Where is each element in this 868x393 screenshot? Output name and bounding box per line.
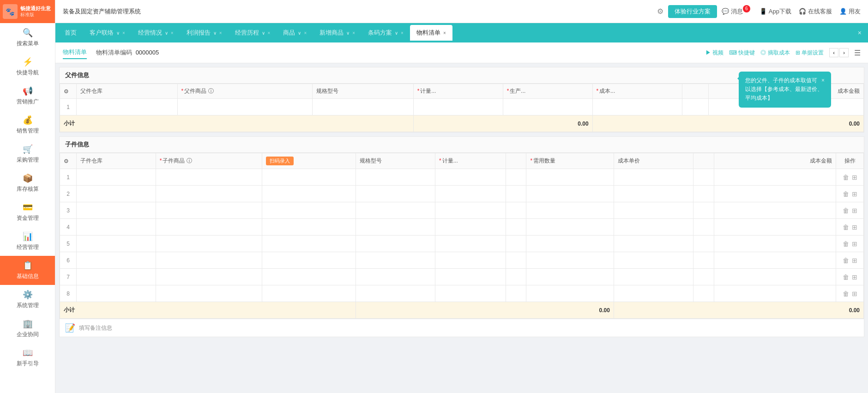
child-row-1-warehouse[interactable] bbox=[77, 169, 156, 186]
delete-icon-2[interactable]: 🗑 bbox=[843, 190, 849, 198]
child-row-5-qty[interactable] bbox=[526, 236, 614, 252]
child-row-4-product[interactable] bbox=[156, 219, 262, 236]
child-row-7-unit[interactable] bbox=[435, 269, 506, 285]
copy-icon-1[interactable]: ⊞ bbox=[852, 174, 857, 181]
parent-th-gear[interactable]: ⚙ bbox=[60, 84, 77, 99]
sidebar-item-purchase[interactable]: 🛒采购管理 bbox=[0, 139, 55, 169]
child-row-2-unit-cost[interactable] bbox=[614, 186, 693, 202]
sidebar-item-enterprise[interactable]: 🏢企业协同 bbox=[0, 314, 55, 343]
tab-close[interactable]: × bbox=[219, 30, 222, 36]
shortcut-btn[interactable]: ⌨ 快捷键 bbox=[729, 49, 755, 57]
child-row-4-qty[interactable] bbox=[526, 219, 614, 236]
sidebar-item-basic[interactable]: 📋基础信息 bbox=[0, 256, 55, 285]
child-th-scan[interactable]: 扫码录入 bbox=[262, 153, 356, 169]
tab-close[interactable]: × bbox=[171, 30, 174, 36]
child-row-5-warehouse[interactable] bbox=[77, 236, 156, 252]
copy-icon-3[interactable]: ⊞ bbox=[852, 207, 857, 214]
child-row-4-scan[interactable] bbox=[262, 219, 356, 236]
user-action[interactable]: 👤 用友 bbox=[839, 7, 861, 16]
nav-tab-2[interactable]: 经营情况 ∨ × bbox=[132, 25, 180, 41]
delete-icon-5[interactable]: 🗑 bbox=[843, 240, 849, 248]
child-row-6-unit-cost[interactable] bbox=[614, 252, 693, 269]
delete-icon-8[interactable]: 🗑 bbox=[843, 290, 849, 297]
child-row-4-warehouse[interactable] bbox=[77, 219, 156, 236]
child-row-5-scan[interactable] bbox=[262, 236, 356, 252]
next-arrow[interactable]: › bbox=[839, 48, 849, 57]
parent-row-1-production[interactable] bbox=[503, 99, 592, 115]
extract-cost-btn[interactable]: ◎ 摘取成本 bbox=[760, 49, 790, 57]
prev-arrow[interactable]: ‹ bbox=[829, 48, 838, 57]
delete-icon-4[interactable]: 🗑 bbox=[843, 224, 849, 231]
nav-tab-3[interactable]: 利润报告 ∨ × bbox=[180, 25, 229, 41]
tab-close[interactable]: × bbox=[352, 30, 355, 36]
child-row-3-scan[interactable] bbox=[262, 202, 356, 219]
parent-row-1-spec[interactable] bbox=[313, 99, 414, 115]
sub-tab-bom[interactable]: 物料清单 bbox=[63, 46, 87, 59]
child-row-2-unit[interactable] bbox=[435, 186, 506, 202]
delete-icon-6[interactable]: 🗑 bbox=[843, 257, 849, 264]
child-row-6-qty[interactable] bbox=[526, 252, 614, 269]
nav-tab-7[interactable]: 条码方案 ∨ × bbox=[362, 25, 410, 41]
child-row-8-warehouse[interactable] bbox=[77, 285, 156, 302]
child-row-6-unit[interactable] bbox=[435, 252, 506, 269]
child-row-3-spec[interactable] bbox=[356, 202, 435, 219]
tab-close[interactable]: × bbox=[401, 30, 404, 36]
child-row-3-unit-cost[interactable] bbox=[614, 202, 693, 219]
sidebar-item-operations[interactable]: 📊经营管理 bbox=[0, 227, 55, 256]
message-action[interactable]: 💬 消息 6 bbox=[722, 7, 752, 16]
child-row-7-spec[interactable] bbox=[356, 269, 435, 285]
tooltip-close-btn[interactable]: × bbox=[821, 76, 825, 85]
child-row-8-unit-cost[interactable] bbox=[614, 285, 693, 302]
child-row-8-spec[interactable] bbox=[356, 285, 435, 302]
delete-icon-7[interactable]: 🗑 bbox=[843, 273, 849, 281]
child-row-5-unit-cost[interactable] bbox=[614, 236, 693, 252]
app-download-action[interactable]: 📱 App下载 bbox=[760, 7, 791, 16]
nav-tab-5[interactable]: 商品 ∨ × bbox=[277, 25, 313, 41]
child-row-7-unit-cost[interactable] bbox=[614, 269, 693, 285]
child-row-1-qty[interactable] bbox=[526, 169, 614, 186]
doc-settings-btn[interactable]: ⊞ 单据设置 bbox=[796, 49, 824, 57]
child-row-2-product[interactable] bbox=[156, 186, 262, 202]
gear-icon[interactable]: ⚙ bbox=[657, 7, 663, 16]
copy-icon-6[interactable]: ⊞ bbox=[852, 257, 857, 264]
copy-icon-5[interactable]: ⊞ bbox=[852, 240, 857, 248]
child-row-6-spec[interactable] bbox=[356, 252, 435, 269]
child-row-7-qty[interactable] bbox=[526, 269, 614, 285]
tab-close[interactable]: × bbox=[122, 30, 125, 36]
nav-tab-4[interactable]: 经营历程 ∨ × bbox=[229, 25, 277, 41]
child-row-3-product[interactable] bbox=[156, 202, 262, 219]
nav-tab-1[interactable]: 客户联络 ∨ × bbox=[83, 25, 132, 41]
copy-icon-7[interactable]: ⊞ bbox=[852, 273, 857, 281]
child-row-6-scan[interactable] bbox=[262, 252, 356, 269]
child-row-3-warehouse[interactable] bbox=[77, 202, 156, 219]
sidebar-item-guide[interactable]: 📖新手引导 bbox=[0, 343, 55, 372]
nav-tab-6[interactable]: 新增商品 ∨ × bbox=[313, 25, 362, 41]
child-row-1-product[interactable] bbox=[156, 169, 262, 186]
scan-btn[interactable]: 扫码录入 bbox=[266, 157, 294, 165]
nav-tab-8[interactable]: 物料清单 × bbox=[410, 25, 452, 41]
child-row-7-product[interactable] bbox=[156, 269, 262, 285]
sidebar-item-finance[interactable]: 💳资金管理 bbox=[0, 198, 55, 227]
child-row-6-product[interactable] bbox=[156, 252, 262, 269]
child-row-4-spec[interactable] bbox=[356, 219, 435, 236]
nav-close-btn[interactable]: × bbox=[858, 29, 862, 36]
child-row-3-unit[interactable] bbox=[435, 202, 506, 219]
tab-close[interactable]: × bbox=[304, 30, 307, 36]
sub-tab-code[interactable]: 物料清单编码 0000005 bbox=[96, 47, 159, 59]
online-service-action[interactable]: 🎧 在线客服 bbox=[799, 7, 832, 16]
sidebar-item-inventory[interactable]: 📦库存核算 bbox=[0, 169, 55, 198]
parent-row-1-product[interactable] bbox=[177, 99, 313, 115]
child-row-2-warehouse[interactable] bbox=[77, 186, 156, 202]
sidebar-item-quicknav[interactable]: ⚡快捷导航 bbox=[0, 52, 55, 81]
trial-button[interactable]: 体验行业方案 bbox=[668, 5, 717, 18]
child-row-8-product[interactable] bbox=[156, 285, 262, 302]
grid-view-icon[interactable]: ☰ bbox=[854, 48, 861, 57]
note-text[interactable]: 填写备注信息 bbox=[79, 324, 112, 332]
child-th-gear[interactable]: ⚙ bbox=[60, 153, 77, 169]
child-row-2-qty[interactable] bbox=[526, 186, 614, 202]
sidebar-item-marketing[interactable]: 📢营销推广 bbox=[0, 81, 55, 110]
child-row-4-unit-cost[interactable] bbox=[614, 219, 693, 236]
sidebar-item-search[interactable]: 🔍搜索菜单 bbox=[0, 23, 55, 52]
child-row-7-scan[interactable] bbox=[262, 269, 356, 285]
sidebar-item-system[interactable]: ⚙️系统管理 bbox=[0, 285, 55, 314]
